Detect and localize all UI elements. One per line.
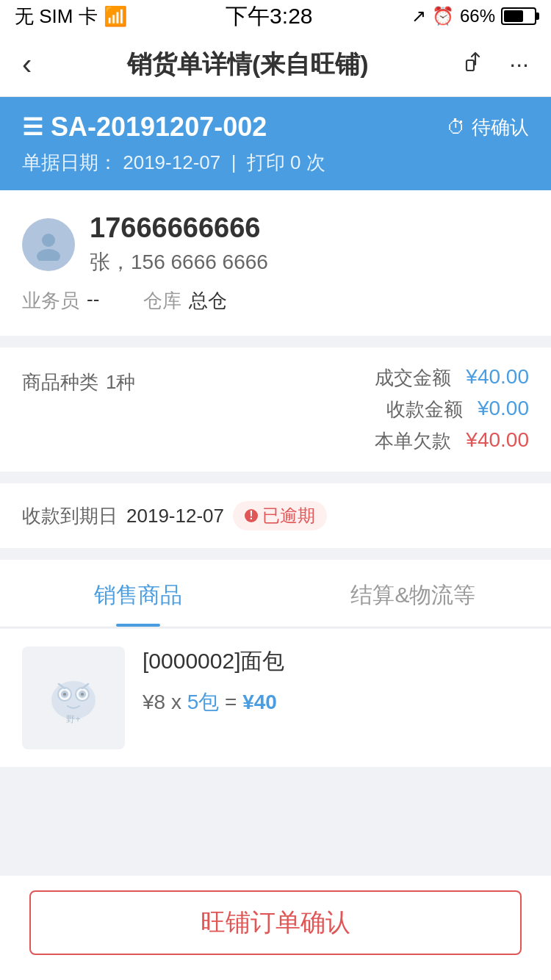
debt-label: 本单欠款: [375, 428, 451, 454]
product-thumbnail: 野+: [22, 646, 125, 749]
equals-sign: =: [225, 691, 242, 713]
receipt-value: ¥0.00: [478, 397, 529, 422]
overdue-label: 收款到期日: [22, 503, 118, 529]
overdue-badge: ! 已逾期: [233, 501, 327, 530]
tab-sales-products[interactable]: 销售商品: [0, 560, 276, 627]
bottom-bar: 旺铺订单确认: [0, 876, 551, 980]
total-price: ¥40: [242, 691, 277, 713]
amount-summary: 成交金额 ¥40.00 收款金额 ¥0.00 本单欠款 ¥40.00: [375, 365, 529, 454]
confirm-order-button[interactable]: 旺铺订单确认: [29, 890, 522, 955]
svg-point-8: [63, 693, 66, 696]
time-display: 下午3:28: [226, 1, 312, 32]
status-bar-left: 无 SIM 卡 📶: [15, 4, 127, 29]
customer-meta: 业务员 -- 仓库 总仓: [22, 288, 529, 314]
order-id: ☰ SA-20191207-002: [22, 112, 267, 143]
svg-point-1: [42, 234, 55, 247]
status-bar: 无 SIM 卡 📶 下午3:28 ↗ ⏰ 66%: [0, 0, 551, 32]
multiply-sign: x: [171, 691, 187, 713]
overdue-dot-icon: !: [245, 509, 258, 522]
status-bar-right: ↗ ⏰ 66%: [411, 6, 536, 26]
avatar: [22, 218, 75, 271]
product-name: [0000002]面包: [143, 646, 529, 677]
battery-icon: [501, 7, 536, 25]
overdue-section: 收款到期日 2019-12-07 ! 已逾期: [0, 483, 551, 548]
product-price-row: ¥8 x 5包 = ¥40: [143, 688, 529, 716]
back-button[interactable]: ‹: [22, 48, 32, 81]
nav-bar: ‹ 销货单详情(来自旺铺) ···: [0, 32, 551, 97]
order-icon: ☰: [22, 113, 43, 141]
product-type: 商品种类 1种: [22, 365, 135, 395]
alarm-icon: ⏰: [432, 6, 454, 26]
tab-settlement-logistics[interactable]: 结算&物流等: [276, 560, 551, 627]
product-section: 野+ [0000002]面包 ¥8 x 5包 = ¥40: [0, 629, 551, 767]
transaction-value: ¥40.00: [466, 365, 529, 391]
summary-section: 商品种类 1种 成交金额 ¥40.00 收款金额 ¥0.00 本单欠款 ¥40.…: [0, 347, 551, 472]
customer-section: 17666666666 张，156 6666 6666 业务员 -- 仓库 总仓: [0, 190, 551, 336]
share-icon[interactable]: [464, 50, 487, 79]
sales-label: 业务员: [22, 288, 79, 314]
product-type-value: 1种: [106, 370, 135, 395]
svg-point-9: [81, 693, 84, 696]
overdue-badge-text: 已逾期: [262, 504, 315, 527]
transaction-label: 成交金额: [375, 365, 451, 391]
warehouse-value: 总仓: [189, 288, 227, 314]
page-title: 销货单详情(来自旺铺): [127, 48, 369, 82]
sales-value: --: [87, 288, 99, 314]
svg-point-2: [37, 249, 60, 261]
receipt-label: 收款金额: [386, 397, 463, 422]
more-icon[interactable]: ···: [509, 51, 529, 78]
overdue-date: 2019-12-07: [126, 505, 224, 527]
nav-right-actions: ···: [464, 50, 529, 79]
tabs-row: 销售商品 结算&物流等: [0, 560, 551, 627]
svg-text:野+: 野+: [66, 714, 80, 724]
svg-rect-0: [467, 60, 474, 71]
product-info: [0000002]面包 ¥8 x 5包 = ¥40: [143, 646, 529, 716]
product-type-label: 商品种类: [22, 370, 98, 395]
location-icon: ↗: [411, 6, 426, 26]
warehouse-label: 仓库: [143, 288, 181, 314]
customer-phone: 17666666666: [90, 212, 268, 244]
wifi-icon: 📶: [104, 5, 127, 28]
clock-icon: ⏱: [447, 116, 466, 139]
price-unit: ¥8: [143, 691, 165, 713]
battery-percent: 66%: [460, 6, 495, 26]
customer-name: 张，156 6666 6666: [90, 248, 268, 276]
order-date: 单据日期： 2019-12-07 | 打印 0 次: [22, 150, 529, 176]
tabs-section: 销售商品 结算&物流等: [0, 560, 551, 627]
order-status: ⏱ 待确认: [447, 115, 529, 140]
carrier-text: 无 SIM 卡: [15, 4, 98, 29]
quantity: 5包: [187, 691, 220, 713]
header-card: ☰ SA-20191207-002 ⏱ 待确认 单据日期： 2019-12-07…: [0, 97, 551, 190]
debt-value: ¥40.00: [466, 428, 529, 454]
